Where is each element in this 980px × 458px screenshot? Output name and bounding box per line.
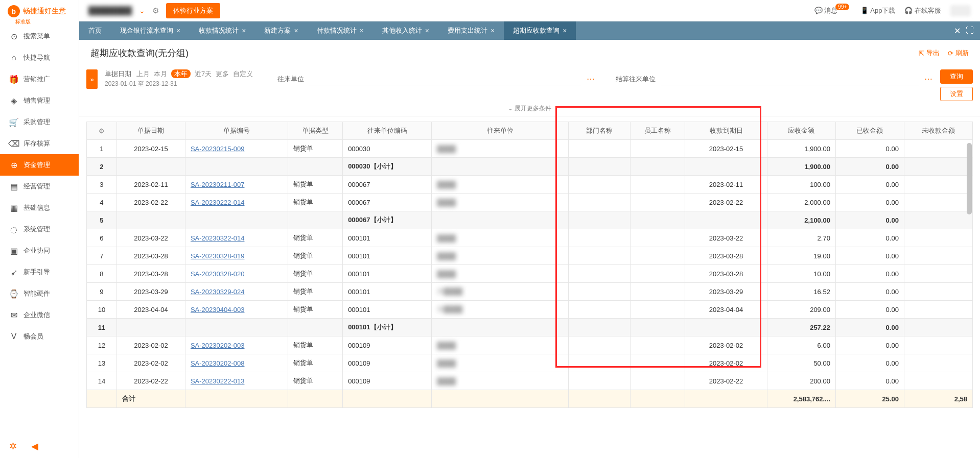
sidebar-item-9[interactable]: ◌系统管理	[0, 219, 79, 240]
col-header-0[interactable]: ⚙	[87, 122, 117, 140]
messages-link[interactable]: 💬 消息99+	[814, 6, 852, 15]
close-icon[interactable]: ×	[176, 27, 180, 35]
cell-docno[interactable]: SA-20230211-007	[185, 176, 288, 194]
col-header-10[interactable]: 已收金额	[835, 122, 904, 140]
cell-docno[interactable]: SA-20230202-003	[185, 336, 288, 354]
tab-3[interactable]: 新建方案×	[255, 21, 307, 40]
table-row[interactable]: 7 2023-03-28 SA-20230328-019 销货单 000101 …	[87, 247, 973, 265]
col-header-3[interactable]: 单据类型	[288, 122, 342, 140]
table-row[interactable]: 14 2023-02-22 SA-20230222-013 销货单 000109…	[87, 372, 973, 390]
chevron-down-icon[interactable]: ⌄	[139, 7, 145, 15]
table-row[interactable]: 13 2023-02-02 SA-20230202-008 销货单 000109…	[87, 354, 973, 372]
settle-more-icon[interactable]: ⋯	[924, 74, 933, 84]
online-service-link[interactable]: 🎧 在线客服	[904, 6, 941, 15]
col-header-2[interactable]: 单据编号	[185, 122, 288, 140]
table-row[interactable]: 6 2023-03-22 SA-20230322-014 销货单 000101 …	[87, 229, 973, 247]
col-header-5[interactable]: 往来单位	[432, 122, 569, 140]
table-row[interactable]: 1 2023-02-15 SA-20230215-009 销货单 000030 …	[87, 140, 973, 158]
close-icon[interactable]: ×	[294, 27, 298, 35]
date-opt-0[interactable]: 上月	[136, 70, 150, 78]
cell-docno[interactable]: SA-20230215-009	[185, 140, 288, 158]
cell-date: 2023-03-28	[116, 265, 185, 283]
avatar[interactable]	[950, 5, 971, 16]
col-header-7[interactable]: 员工名称	[630, 122, 685, 140]
date-opt-2[interactable]: 本年	[171, 69, 191, 78]
app-download-link[interactable]: 📱 App下载	[860, 6, 895, 15]
sidebar-item-13[interactable]: ✉企业微信	[0, 304, 79, 326]
client-more-icon[interactable]: ⋯	[587, 74, 595, 84]
sidebar-item-0[interactable]: ⊙搜索菜单	[0, 26, 79, 47]
cell-docno[interactable]: SA-20230404-003	[185, 301, 288, 319]
cell-docno[interactable]: SA-20230222-014	[185, 194, 288, 211]
sidebar-item-6[interactable]: ⊕资金管理	[0, 154, 79, 176]
tab-7[interactable]: 超期应收款查询×	[504, 21, 576, 40]
tab-1[interactable]: 现金银行流水查询×	[111, 21, 190, 40]
tab-label: 收款情况统计	[199, 26, 239, 35]
sidebar-item-8[interactable]: ▦基础信息	[0, 197, 79, 219]
date-opt-3[interactable]: 近7天	[195, 70, 212, 78]
sidebar-item-14[interactable]: V畅会员	[0, 326, 79, 347]
sidebar-item-4[interactable]: 🛒采购管理	[0, 111, 79, 133]
table-row[interactable]: 4 2023-02-22 SA-20230222-014 销货单 000067 …	[87, 194, 973, 211]
sidebar-item-3[interactable]: ◈销售管理	[0, 90, 79, 111]
table-row[interactable]: 12 2023-02-02 SA-20230202-003 销货单 000109…	[87, 336, 973, 354]
table-row[interactable]: 9 2023-03-29 SA-20230329-024 销货单 000101 …	[87, 283, 973, 301]
date-opt-5[interactable]: 自定义	[233, 70, 253, 78]
table-row[interactable]: 3 2023-02-11 SA-20230211-007 销货单 000067 …	[87, 176, 973, 194]
col-header-9[interactable]: 应收金额	[767, 122, 835, 140]
subtotal-row[interactable]: 2 000030【小计】 1,900.00 0.00	[87, 158, 973, 176]
col-header-4[interactable]: 往来单位编码	[343, 122, 432, 140]
cell-docno[interactable]: SA-20230329-024	[185, 283, 288, 301]
client-input[interactable]	[309, 73, 581, 85]
date-opt-1[interactable]: 本月	[154, 70, 167, 78]
tab-6[interactable]: 费用支出统计×	[438, 21, 504, 40]
col-header-1[interactable]: 单据日期	[116, 122, 185, 140]
sidebar-item-11[interactable]: ➹新手引导	[0, 261, 79, 283]
date-opt-4[interactable]: 更多	[216, 70, 229, 78]
cell-date: 2023-02-22	[116, 194, 185, 211]
col-header-6[interactable]: 部门名称	[569, 122, 631, 140]
subtotal-row[interactable]: 11 000101【小计】 257.22 0.00	[87, 319, 973, 336]
tab-0[interactable]: 首页	[79, 21, 111, 40]
refresh-button[interactable]: ⟳ 刷新	[948, 49, 969, 58]
tab-2[interactable]: 收款情况统计×	[190, 21, 255, 40]
col-header-11[interactable]: 未收款金额	[904, 122, 972, 140]
tab-5[interactable]: 其他收入统计×	[373, 21, 438, 40]
sidebar-item-1[interactable]: ⌂快捷导航	[0, 47, 79, 68]
close-icon[interactable]: ×	[425, 27, 429, 35]
query-button[interactable]: 查询	[940, 69, 973, 84]
col-header-8[interactable]: 收款到期日	[685, 122, 767, 140]
sidebar-item-10[interactable]: ▣企业协同	[0, 240, 79, 261]
sidebar-item-2[interactable]: 🎁营销推广	[0, 68, 79, 90]
scrollbar-thumb[interactable]	[967, 143, 972, 214]
cell-docno[interactable]: SA-20230328-020	[185, 265, 288, 283]
tab-4[interactable]: 付款情况统计×	[308, 21, 373, 40]
cell-docno[interactable]: SA-20230322-014	[185, 229, 288, 247]
export-button[interactable]: ⇱ 导出	[919, 49, 940, 58]
collapse-filter-button[interactable]: »	[86, 69, 98, 89]
try-plan-button[interactable]: 体验行业方案	[166, 3, 220, 18]
close-icon[interactable]: ×	[563, 27, 567, 35]
close-icon[interactable]: ×	[360, 27, 364, 35]
cell-code: 000101	[343, 247, 432, 265]
sidebar-item-7[interactable]: ▤经营管理	[0, 176, 79, 197]
table-row[interactable]: 8 2023-03-28 SA-20230328-020 销货单 000101 …	[87, 265, 973, 283]
cell-docno[interactable]: SA-20230328-019	[185, 247, 288, 265]
sidebar-item-12[interactable]: ⌚智能硬件	[0, 283, 79, 304]
table-row[interactable]: 10 2023-04-04 SA-20230404-003 销货单 000101…	[87, 301, 973, 319]
subtotal-row[interactable]: 5 000067【小计】 2,100.00 0.00	[87, 211, 973, 229]
settings-button[interactable]: 设置	[940, 87, 973, 101]
cell-docno[interactable]: SA-20230202-008	[185, 354, 288, 372]
gear-icon[interactable]: ⚙	[152, 6, 159, 15]
close-icon[interactable]: ×	[242, 27, 246, 35]
expand-conditions-button[interactable]: ⌄ 展开更多条件	[79, 101, 980, 116]
close-icon[interactable]: ×	[491, 27, 495, 35]
settle-input[interactable]	[661, 73, 919, 85]
close-all-icon[interactable]: ✕	[954, 26, 961, 36]
fullscreen-icon[interactable]: ⛶	[966, 26, 974, 35]
settings-icon[interactable]: ✲	[9, 441, 17, 452]
table-gear-icon[interactable]: ⚙	[99, 127, 105, 135]
sidebar-item-5[interactable]: ⌫库存核算	[0, 133, 79, 154]
collapse-icon[interactable]: ◀	[31, 441, 38, 452]
cell-docno[interactable]: SA-20230222-013	[185, 372, 288, 390]
